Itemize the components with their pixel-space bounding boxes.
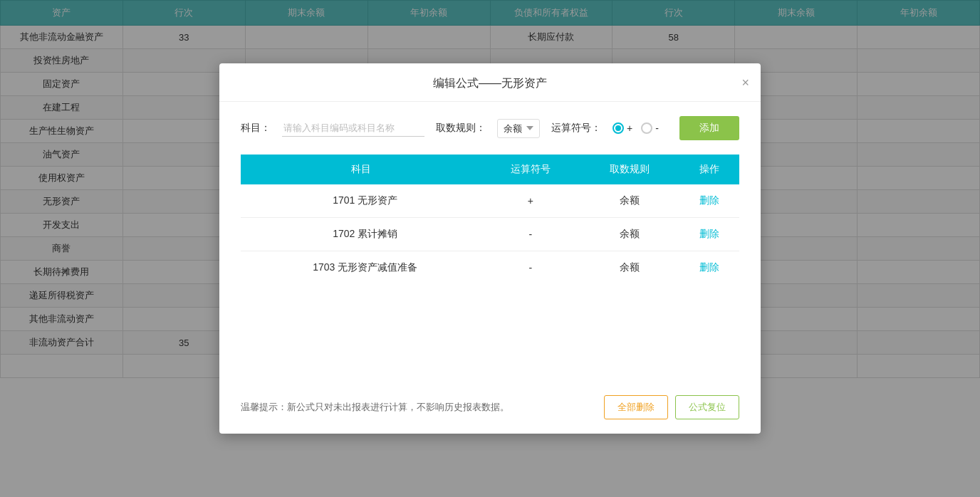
formula-subject-2: 1702 累计摊销 (241, 218, 481, 251)
formula-operator-1: + (481, 184, 580, 218)
table-header-row: 科目 运算符号 取数规则 操作 (241, 155, 739, 184)
operator-label: 运算符号： (551, 122, 601, 135)
modal-overlay: 编辑公式——无形资产 × 科目： 取数规则： 余额 运算符号： (0, 0, 980, 497)
radio-minus-circle (641, 122, 652, 134)
subject-label: 科目： (241, 122, 271, 135)
add-button[interactable]: 添加 (679, 116, 739, 140)
th-action: 操作 (679, 155, 739, 184)
formula-action-2[interactable]: 删除 (679, 218, 739, 251)
th-rule: 取数规则 (580, 155, 679, 184)
subject-input[interactable] (282, 120, 424, 137)
form-row: 科目： 取数规则： 余额 运算符号： + (241, 116, 739, 140)
formula-rule-3: 余额 (580, 251, 679, 285)
th-operator: 运算符号 (481, 155, 580, 184)
formula-rule-1: 余额 (580, 184, 679, 218)
rule-select[interactable]: 余额 (497, 119, 540, 138)
modal-footer: 温馨提示：新公式只对未出报表进行计算，不影响历史报表数据。 全部删除 公式复位 (219, 384, 761, 434)
operator-radio-group: + - (612, 122, 659, 134)
footer-tip: 温馨提示：新公式只对未出报表进行计算，不影响历史报表数据。 (241, 401, 509, 414)
formula-action-1[interactable]: 删除 (679, 184, 739, 218)
modal-title: 编辑公式——无形资产 (433, 76, 547, 91)
radio-plus-circle (612, 122, 624, 134)
formula-subject-1: 1701 无形资产 (241, 184, 481, 218)
radio-plus-label: + (627, 122, 632, 134)
rule-select-group: 余额 (497, 119, 540, 138)
formula-row: 1701 无形资产 + 余额 删除 (241, 184, 739, 218)
formula-table: 科目 运算符号 取数规则 操作 1701 无形资产 + 余额 删除 1702 累… (241, 155, 739, 284)
reset-formula-button[interactable]: 公式复位 (675, 395, 739, 419)
modal-body: 科目： 取数规则： 余额 运算符号： + (219, 102, 761, 384)
radio-plus[interactable]: + (612, 122, 632, 134)
modal-header: 编辑公式——无形资产 × (219, 63, 761, 102)
formula-operator-3: - (481, 251, 580, 285)
formula-action-3[interactable]: 删除 (679, 251, 739, 285)
formula-row: 1703 无形资产减值准备 - 余额 删除 (241, 251, 739, 285)
radio-minus[interactable]: - (641, 122, 659, 134)
formula-operator-2: - (481, 218, 580, 251)
radio-minus-label: - (655, 122, 659, 134)
footer-buttons: 全部删除 公式复位 (604, 395, 739, 419)
modal-dialog: 编辑公式——无形资产 × 科目： 取数规则： 余额 运算符号： (219, 63, 761, 434)
formula-row: 1702 累计摊销 - 余额 删除 (241, 218, 739, 251)
delete-all-button[interactable]: 全部删除 (604, 395, 668, 419)
formula-rule-2: 余额 (580, 218, 679, 251)
th-subject: 科目 (241, 155, 481, 184)
rule-label: 取数规则： (436, 122, 486, 135)
close-button[interactable]: × (741, 76, 749, 89)
formula-subject-3: 1703 无形资产减值准备 (241, 251, 481, 285)
